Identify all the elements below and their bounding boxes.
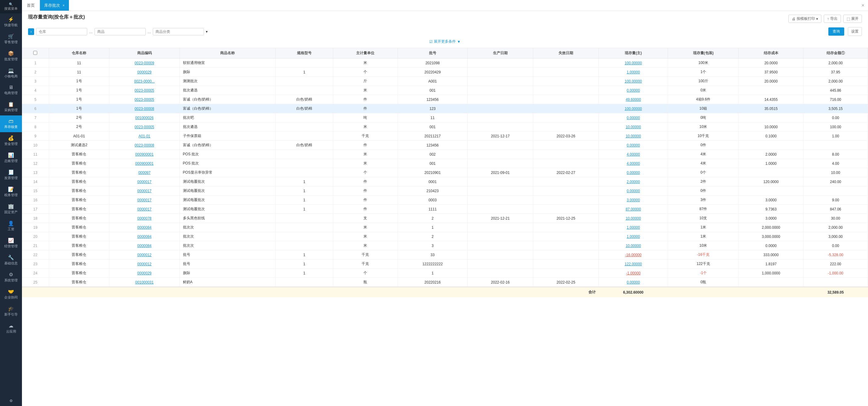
row-qty-main[interactable]: 10.00000 — [599, 132, 668, 141]
row-code[interactable]: A01-01 — [109, 132, 180, 141]
row-code[interactable]: 0023-0000... — [109, 77, 180, 86]
row-qty-main[interactable]: 0.00000 — [599, 113, 668, 123]
nav-current-tab[interactable]: 库存批次 × — [40, 0, 69, 11]
row-qty-main[interactable]: 49.60000 — [599, 95, 668, 104]
tab-close-button[interactable]: × — [62, 3, 65, 8]
row-spec — [276, 113, 333, 123]
row-code[interactable]: 0023-00005 — [109, 86, 180, 95]
row-qty-main[interactable]: 122.00000 — [599, 260, 668, 269]
row-code[interactable]: 000900001 — [109, 150, 180, 159]
row-qty-main[interactable]: 4.00000 — [599, 159, 668, 168]
row-qty-main[interactable]: 0.00000 — [599, 141, 668, 150]
sidebar-item-asset[interactable]: 💰 资金管理 — [0, 132, 22, 149]
row-code[interactable]: 0000012 — [109, 250, 180, 260]
row-code[interactable]: 0000078 — [109, 214, 180, 223]
row-code[interactable]: 0000029 — [109, 269, 180, 278]
print-button[interactable]: 🖨 按模板打印 ▾ — [788, 14, 822, 23]
sidebar-item-inventory[interactable]: 🗃 库存核查 — [0, 115, 22, 132]
row-qty-main[interactable]: 10.00000 — [599, 241, 668, 250]
nav-home-tab[interactable]: 首页 — [22, 0, 40, 11]
warehouse-filter-input[interactable] — [36, 28, 87, 35]
row-code[interactable]: 0000084 — [109, 241, 180, 250]
window-close-button[interactable]: × — [858, 0, 868, 11]
row-qty-main[interactable]: 2.00000 — [599, 177, 668, 187]
expand-button[interactable]: ⬚ 展开 — [843, 14, 862, 23]
table-row: 25 晋客粮仓 001000031 鲜奶A 瓶 20220216 2022-02… — [22, 278, 868, 287]
sidebar-item-purchase[interactable]: 📋 采购管理 — [0, 98, 22, 115]
sidebar-item-tax[interactable]: 📝 税务管理 — [0, 183, 22, 200]
row-code[interactable]: 0000084 — [109, 223, 180, 232]
row-qty-main[interactable]: 10.00000 — [599, 123, 668, 132]
row-code[interactable]: 0023-00005 — [109, 123, 180, 132]
row-qty-main[interactable]: 10.00000 — [599, 214, 668, 223]
row-qty-main[interactable]: 100.00000 — [599, 104, 668, 113]
row-code[interactable]: 001000031 — [109, 278, 180, 287]
row-qty-main[interactable]: 0.00000 — [599, 86, 668, 95]
filter-expand-button[interactable]: ☑ 展开更多条件 ▼ — [28, 38, 862, 45]
sidebar-item-collab[interactable]: 🤝 企业协同 — [0, 286, 22, 303]
table-row: 9 A01-01 A01-01 子件保票箱 千克 20211217 2021-1… — [22, 132, 868, 141]
row-code[interactable]: 0000017 — [109, 196, 180, 205]
sidebar-item-hr[interactable]: 👤 工资 — [0, 217, 22, 235]
row-num: 21 — [22, 241, 49, 250]
row-qty-main[interactable]: 1.00000 — [599, 68, 668, 77]
row-qty-main[interactable]: -1.00000 — [599, 269, 668, 278]
row-code[interactable]: 0023-00009 — [109, 59, 180, 68]
sidebar-search[interactable]: 🔍 搜索菜单 — [0, 0, 22, 13]
row-qty-main[interactable]: 100.00000 — [599, 77, 668, 86]
row-exp-date: 2022-02-27 — [533, 168, 599, 177]
row-qty-main[interactable]: 100.00000 — [599, 59, 668, 68]
row-code[interactable]: 0000029 — [109, 68, 180, 77]
row-qty-main[interactable]: 87.00000 — [599, 205, 668, 214]
row-code[interactable]: 0023-00008 — [109, 104, 180, 113]
row-qty-main[interactable]: 0.00000 — [599, 187, 668, 196]
row-code[interactable]: 000900001 — [109, 159, 180, 168]
sidebar-item-general[interactable]: 📊 总账管理 — [0, 149, 22, 166]
row-qty-main[interactable]: 3.00000 — [599, 196, 668, 205]
sidebar-item-guide[interactable]: 🎓 新手引导 — [0, 303, 22, 320]
search-button[interactable]: 查询 — [828, 27, 844, 36]
sidebar-item-retail[interactable]: 🛒 零售管理 — [0, 30, 22, 47]
expand-icon: ⬚ — [847, 17, 850, 21]
category-filter-input[interactable] — [153, 28, 204, 35]
row-code[interactable]: 0023-00008 — [109, 141, 180, 150]
sidebar-item-system[interactable]: ⚙ 系统管理 — [0, 269, 22, 286]
row-qty-main[interactable]: -16.00000 — [599, 250, 668, 260]
sidebar-item-wholesale[interactable]: 📦 批发管理 — [0, 47, 22, 65]
sidebar-settings[interactable]: ⚙ — [0, 396, 22, 406]
row-code[interactable]: 0023-00005 — [109, 95, 180, 104]
sidebar-item-cloud[interactable]: ☁ 云应用 — [0, 320, 22, 337]
product-filter-input[interactable] — [94, 28, 146, 35]
table-container[interactable]: 仓库名称 商品编码 商品名称 规格型号 主计量单位 批号 生产日期 失效日期 现… — [22, 48, 868, 406]
row-code[interactable]: 0000017 — [109, 187, 180, 196]
row-code[interactable]: 001000026 — [109, 113, 180, 123]
select-all-checkbox[interactable] — [33, 51, 37, 55]
row-num: 13 — [22, 168, 49, 177]
row-qty-main[interactable]: 1.00000 — [599, 232, 668, 241]
row-qty-main[interactable]: 0.00000 — [599, 168, 668, 177]
sidebar-item-base[interactable]: 🔧 基础信息 — [0, 251, 22, 269]
row-code[interactable]: 0000084 — [109, 232, 180, 241]
row-code[interactable]: 000097 — [109, 168, 180, 177]
export-button[interactable]: ↑ 导出 — [824, 14, 841, 23]
row-qty-main[interactable]: 4.00000 — [599, 150, 668, 159]
row-code[interactable]: 0000012 — [109, 260, 180, 269]
row-qty-main[interactable]: 0.00000 — [599, 278, 668, 287]
row-code[interactable]: 0000017 — [109, 205, 180, 214]
row-qty-main[interactable]: 1.00000 — [599, 223, 668, 232]
sidebar-item-ops[interactable]: 📈 经营管理 — [0, 235, 22, 251]
sidebar-item-ecom[interactable]: 🖥 电商管理 — [0, 81, 22, 98]
sidebar-item-invoice[interactable]: 🧾 发票管理 — [0, 166, 22, 183]
table-row: 4 1号 0023-00005 批次遴选 米 001 0.00000 0米 44… — [22, 86, 868, 95]
row-warehouse: 晋客粮仓 — [49, 269, 109, 278]
filter-expand-left-btn[interactable]: › — [28, 28, 34, 35]
settings-button[interactable]: 设置 — [848, 27, 862, 36]
row-code[interactable]: 0000017 — [109, 177, 180, 187]
row-spec: 1 — [276, 260, 333, 269]
sidebar-item-quick-nav[interactable]: ⚡ 快捷导航 — [0, 13, 22, 30]
sidebar-item-small-ecom[interactable]: 💻 小验电商 — [0, 65, 22, 81]
row-prod-date — [467, 123, 533, 132]
sidebar-item-fixed-asset[interactable]: 🏢 固定资产 — [0, 200, 22, 217]
col-checkbox[interactable] — [22, 48, 49, 59]
table-row: 3 1号 0023-0000... 测测批次 斤 A001 100.00000 … — [22, 77, 868, 86]
